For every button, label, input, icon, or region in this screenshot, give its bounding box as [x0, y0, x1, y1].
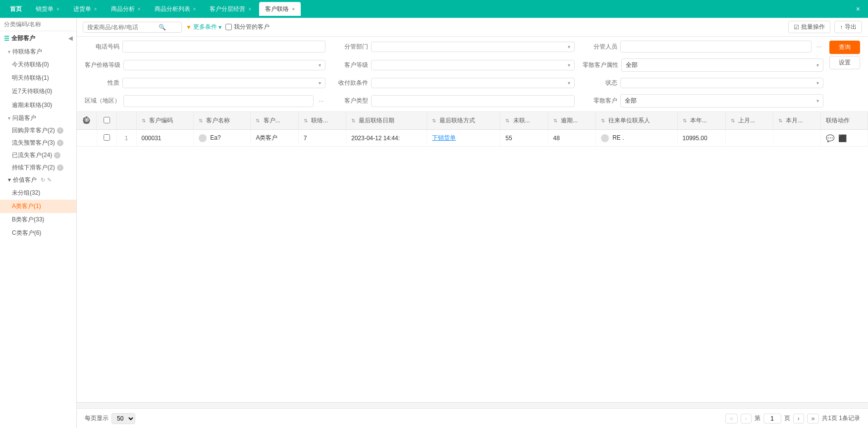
col-last-month[interactable]: ⇅ 上月... [725, 112, 773, 130]
filter-region-input[interactable] [123, 95, 314, 107]
refresh-icon[interactable]: ↻ [41, 177, 45, 183]
last-page-button[interactable]: » [807, 414, 819, 424]
next-page-button[interactable]: › [793, 414, 804, 424]
filter-label-customer-type: 客户类型 [333, 97, 368, 105]
prev-page-button[interactable]: ‹ [741, 414, 752, 424]
filter-field-customer-level: 客户等级 ▾ [333, 60, 574, 70]
filter-nature-select[interactable]: ▾ [122, 78, 326, 88]
close-tab-customer-contact[interactable]: × [292, 6, 295, 12]
export-button[interactable]: ↑ 导出 [834, 21, 862, 33]
filter-status-select[interactable]: ▾ [620, 78, 823, 88]
sidebar-item-churned[interactable]: 已流失客户(24) i [0, 149, 76, 161]
row-last-contact-date: 2023-04-12 14:44: [346, 130, 427, 147]
filter-customer-level-select[interactable]: ▾ [371, 60, 574, 70]
first-page-button[interactable]: « [725, 414, 738, 424]
filter-scatter-attr-select[interactable]: 全部 ▾ [621, 58, 823, 72]
manager-dots-button[interactable]: ··· [814, 43, 823, 50]
col-overdue[interactable]: ⇅ 逾期... [548, 112, 596, 130]
filter-label-manager: 分管人员 [583, 43, 617, 51]
sort-icon-this-year: ⇅ [683, 118, 687, 123]
filter-manager-input[interactable] [620, 41, 812, 53]
filter-label-dept: 分管部门 [333, 43, 368, 51]
tab-home[interactable]: 首页 [4, 2, 28, 16]
status-arrow-icon: ▾ [816, 80, 819, 86]
sort-icon-method: ⇅ [432, 118, 436, 123]
sidebar-group-pending[interactable]: ▾ 待联络客户 [0, 46, 76, 58]
close-tab-customer-tier[interactable]: × [248, 6, 251, 12]
filter-search-icon[interactable]: 🔍 [159, 24, 166, 31]
filter-more-conditions[interactable]: ▼ 更多条件 ▾ [186, 23, 221, 31]
sidebar-item-abnormal-repurchase[interactable]: 回购异常客户(2) i [0, 124, 76, 137]
tab-sales[interactable]: 销货单 × [30, 2, 65, 16]
settings-button[interactable]: 设置 [829, 56, 860, 69]
sidebar-group-value[interactable]: ▾ 价值客户 ↻ ✎ [0, 174, 76, 186]
sidebar-item-class-c[interactable]: C类客户(6) [0, 226, 76, 240]
horizontal-scrollbar[interactable] [77, 402, 868, 408]
filter-customer-type-input[interactable] [371, 95, 574, 107]
filter-field-manager: 分管人员 ··· [583, 41, 823, 53]
per-page-select[interactable]: 50 [111, 413, 135, 424]
tab-goods-analysis[interactable]: 商品分析 × [105, 2, 147, 16]
sidebar-item-overdue[interactable]: 逾期未联络(30) [0, 99, 76, 112]
filter-dept-select[interactable]: ▾ [371, 42, 574, 52]
row-last-contact-method: 下销货单 [427, 130, 500, 147]
close-tab-purchase[interactable]: × [94, 6, 97, 12]
sidebar-group-problem[interactable]: ▾ 问题客户 [0, 112, 76, 124]
filter-price-level-select[interactable]: ▾ [123, 60, 326, 70]
sidebar-collapse-icon[interactable]: ◀ [68, 35, 72, 42]
col-not-contacted[interactable]: ⇅ 未联... [500, 112, 548, 130]
select-all-checkbox[interactable] [104, 117, 110, 123]
filter-scatter-select[interactable]: 全部 ▾ [620, 94, 823, 107]
sidebar-search-input[interactable] [4, 21, 77, 28]
tab-goods-analysis-list[interactable]: 商品分析列表 × [149, 2, 202, 16]
query-button[interactable]: 查询 [829, 41, 860, 54]
my-customers-checkbox[interactable] [225, 24, 232, 30]
row-contact-count: 7 [298, 130, 346, 147]
batch-operation-button[interactable]: ☑ 批量操作 [788, 21, 830, 33]
sidebar-item-class-b[interactable]: B类客户(33) [0, 213, 76, 226]
col-last-contact-date[interactable]: ⇅ 最后联络日期 [346, 112, 427, 130]
sort-icon-not-contacted: ⇅ [505, 118, 509, 123]
sidebar-item-today[interactable]: 今天待联络(0) [0, 58, 76, 71]
col-last-contact-method[interactable]: ⇅ 最后联络方式 [427, 112, 500, 130]
col-customer-name[interactable]: ⇅ 客户名称 [193, 112, 250, 130]
close-all-tabs[interactable]: × [852, 5, 864, 13]
filter-phone-input[interactable] [122, 41, 326, 53]
action-message-icon[interactable]: 💬 [826, 134, 834, 142]
close-tab-sales[interactable]: × [56, 6, 59, 12]
close-tab-goods-analysis-list[interactable]: × [193, 6, 196, 12]
close-tab-goods-analysis[interactable]: × [138, 6, 141, 12]
filter-field-status: 状态 ▾ [583, 78, 823, 88]
page-number-input[interactable] [763, 414, 781, 424]
sidebar-item-7days[interactable]: 近7天待联络(0) [0, 85, 76, 98]
region-dots-button[interactable]: ··· [317, 98, 326, 105]
col-this-month[interactable]: ⇅ 本月... [773, 112, 821, 130]
col-settings [77, 112, 97, 130]
col-contact-header[interactable]: ⇅ 联络... [298, 112, 346, 130]
col-customer-code[interactable]: ⇅ 客户编码 [136, 112, 193, 130]
col-contact-person[interactable]: ⇅ 往来单位联系人 [596, 112, 677, 130]
row-code: 000031 [136, 130, 193, 147]
tab-purchase[interactable]: 进货单 × [67, 2, 103, 16]
col-customer-type-header[interactable]: ⇅ 客户... [251, 112, 298, 130]
contact-method-link[interactable]: 下销货单 [432, 134, 456, 141]
sidebar-item-declining[interactable]: 持续下滑客户(2) i [0, 161, 76, 174]
sidebar-item-tomorrow[interactable]: 明天待联络(1) [0, 71, 76, 85]
filter-field-price-level: 客户价格等级 ▾ [85, 60, 326, 70]
tab-customer-tier[interactable]: 客户分层经营 × [204, 2, 257, 16]
value-arrow-icon: ▾ [8, 176, 11, 183]
edit-icon[interactable]: ✎ [47, 177, 52, 183]
row-checkbox[interactable] [104, 134, 110, 141]
sidebar-item-churn-warning[interactable]: 流失预警客户(3) i [0, 137, 76, 149]
action-qr-icon[interactable]: ⬛ [838, 134, 847, 142]
tab-customer-contact[interactable]: 客户联络 × [259, 2, 301, 16]
sidebar-all-customers[interactable]: ☰ 全部客户 ◀ [0, 31, 76, 46]
col-this-year[interactable]: ⇅ 本年... [677, 112, 725, 130]
sidebar-item-ungrouped[interactable]: 未分组(32) [0, 186, 76, 200]
filter-payment-select[interactable]: ▾ [371, 78, 574, 88]
sidebar-item-class-a[interactable]: A类客户(1) [0, 200, 76, 213]
gear-icon[interactable] [83, 116, 91, 124]
filter-search-input[interactable] [87, 24, 157, 31]
info-icon-abnormal: i [57, 127, 63, 134]
filter-label-region: 区域（地区） [85, 97, 120, 105]
